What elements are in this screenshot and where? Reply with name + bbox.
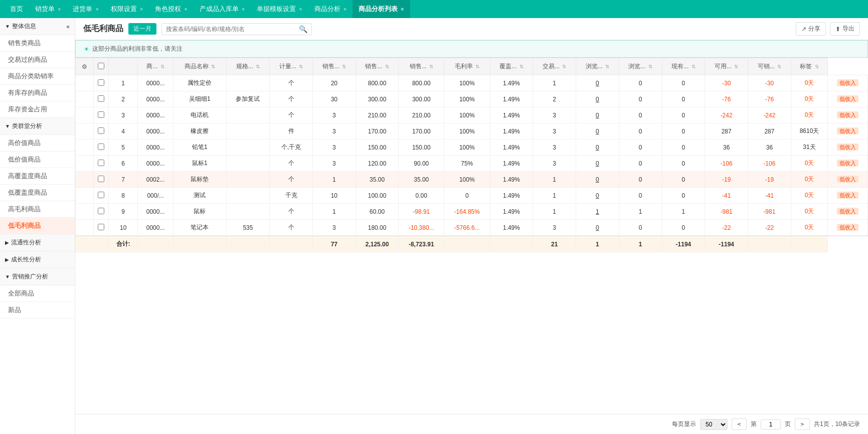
prev-page-button[interactable]: ＜ <box>732 418 747 430</box>
col-code[interactable]: 商... ⇅ <box>138 58 173 75</box>
close-role-icon[interactable]: × <box>184 6 187 12</box>
row-transaction-8[interactable]: 1 <box>576 204 619 220</box>
row-checkbox-9[interactable] <box>94 220 109 236</box>
row-transaction-9[interactable]: 0 <box>576 220 619 236</box>
col-unit[interactable]: 计量... ⇅ <box>270 58 313 75</box>
search-icon[interactable]: 🔍 <box>299 25 307 33</box>
sidebar-item-low-coverage[interactable]: 低覆盖度商品 <box>0 185 75 201</box>
nav-goods-analysis-list[interactable]: 商品分析列表 × <box>353 0 410 18</box>
page-size-select[interactable]: 50 100 200 <box>700 419 728 430</box>
row-select-7[interactable] <box>98 192 104 198</box>
sidebar-group-cluster[interactable]: ▼ 类群堂分析 <box>0 118 75 135</box>
row-select-5[interactable] <box>98 160 104 166</box>
row-select-8[interactable] <box>98 208 104 214</box>
sidebar-item-low-value[interactable]: 低价值商品 <box>0 152 75 168</box>
sidebar-item-capital[interactable]: 库存资金占用 <box>0 101 75 118</box>
sidebar-item-high-value[interactable]: 高价值商品 <box>0 135 75 152</box>
date-filter-button[interactable]: 近一月 <box>128 23 156 35</box>
row-settings-8 <box>76 204 94 220</box>
row-checkbox-3[interactable] <box>94 123 109 139</box>
sidebar-item-new-products[interactable]: 新品 <box>0 302 75 319</box>
row-transaction-6[interactable]: 0 <box>576 172 619 188</box>
close-product-inbound-icon[interactable]: × <box>242 6 245 12</box>
col-gross-rate[interactable]: 覆盖... ⇅ <box>490 58 533 75</box>
col-price[interactable]: 销售... ⇅ <box>356 58 399 75</box>
sidebar-item-sales-products[interactable]: 销售类商品 <box>0 35 75 52</box>
nav-home[interactable]: 首页 <box>4 0 29 18</box>
close-sales-icon[interactable]: × <box>58 6 61 12</box>
row-select-4[interactable] <box>98 143 104 150</box>
row-checkbox-1[interactable] <box>94 91 109 107</box>
row-checkbox-7[interactable] <box>94 188 109 204</box>
col-stock[interactable]: 现有... ⇅ <box>662 58 705 75</box>
col-sellable[interactable]: 可销... ⇅ <box>748 58 791 75</box>
row-spec-9: 535 <box>226 220 270 236</box>
sidebar-item-category-rate[interactable]: 商品分类助销率 <box>0 68 75 85</box>
row-checkbox-5[interactable] <box>94 156 109 172</box>
row-checkbox-4[interactable] <box>94 139 109 156</box>
select-all-checkbox[interactable] <box>98 63 104 69</box>
next-page-button[interactable]: ＞ <box>795 418 810 430</box>
page-number-input[interactable] <box>761 419 781 429</box>
nav-purchase[interactable]: 进货单 × <box>67 0 104 18</box>
collapse-icon[interactable]: « <box>66 23 70 30</box>
sidebar-group-overall[interactable]: ▼ 整体信息 « <box>0 18 75 35</box>
sidebar-group-growth[interactable]: ▶ 成长性分析 <box>0 251 75 268</box>
row-checkbox-2[interactable] <box>94 107 109 123</box>
col-qty[interactable]: 销售... ⇅ <box>312 58 356 75</box>
row-checkbox-8[interactable] <box>94 204 109 220</box>
row-gross-rate-8: 1.49% <box>490 204 533 220</box>
sidebar-group-flow[interactable]: ▶ 流通性分析 <box>0 234 75 251</box>
row-select-9[interactable] <box>98 224 104 230</box>
row-transaction-5[interactable]: 0 <box>576 156 619 172</box>
row-select-2[interactable] <box>98 111 104 118</box>
col-name[interactable]: 商品名称 ⇅ <box>173 58 226 75</box>
row-select-0[interactable] <box>98 79 104 86</box>
row-select-3[interactable] <box>98 127 104 134</box>
nav-product-inbound[interactable]: 产成品入库单 × <box>194 0 251 18</box>
share-button[interactable]: ↗ 分享 <box>796 22 826 36</box>
close-goods-analysis-icon[interactable]: × <box>343 6 346 12</box>
row-transaction-7[interactable]: 0 <box>576 188 619 204</box>
row-transaction-4[interactable]: 0 <box>576 139 619 156</box>
row-select-6[interactable] <box>98 176 104 182</box>
sidebar-item-high-coverage[interactable]: 高覆盖度商品 <box>0 168 75 185</box>
col-tag[interactable]: 标签 ⇅ <box>791 58 827 75</box>
nav-role[interactable]: 角色授权 × <box>149 0 193 18</box>
close-purchase-icon[interactable]: × <box>95 6 98 12</box>
col-settings[interactable]: ⚙ <box>76 58 94 75</box>
row-name-2: 电话机 <box>173 107 226 123</box>
row-checkbox-6[interactable] <box>94 172 109 188</box>
row-transaction-2[interactable]: 0 <box>576 107 619 123</box>
close-goods-analysis-list-icon[interactable]: × <box>401 6 404 12</box>
sidebar-group-marketing[interactable]: ▼ 营销推广分析 <box>0 268 75 285</box>
sidebar-item-low-margin[interactable]: 低毛利商品 <box>0 218 75 234</box>
close-template-icon[interactable]: × <box>299 6 302 12</box>
nav-template[interactable]: 单据模板设置 × <box>251 0 308 18</box>
col-spec[interactable]: 规格... ⇅ <box>226 58 270 75</box>
row-checkbox-0[interactable] <box>94 75 109 91</box>
row-transaction-1[interactable]: 0 <box>576 91 619 107</box>
col-browse2[interactable]: 浏览... ⇅ <box>619 58 662 75</box>
col-profit-rate[interactable]: 毛利率 ⇅ <box>444 58 490 75</box>
nav-goods-analysis[interactable]: 商品分析 × <box>308 0 353 18</box>
col-checkbox[interactable] <box>94 58 109 75</box>
sidebar-item-all-products[interactable]: 全部商品 <box>0 285 75 302</box>
col-browse1[interactable]: 浏览... ⇅ <box>576 58 619 75</box>
row-transaction-0[interactable]: 0 <box>576 75 619 91</box>
row-sellable-2: 0天 <box>791 107 827 123</box>
nav-permission[interactable]: 权限设置 × <box>105 0 149 18</box>
col-amount[interactable]: 销售... ⇅ <box>399 58 444 75</box>
row-select-1[interactable] <box>98 95 104 102</box>
row-amount-5: 90.00 <box>399 156 444 172</box>
nav-sales[interactable]: 销货单 × <box>29 0 67 18</box>
col-transaction[interactable]: 交易... ⇅ <box>533 58 576 75</box>
search-input[interactable] <box>166 26 299 33</box>
export-button[interactable]: ⬆ 导出 <box>830 22 860 36</box>
sidebar-item-stocked[interactable]: 有库存的商品 <box>0 85 75 101</box>
col-available[interactable]: 可用... ⇅ <box>705 58 748 75</box>
row-transaction-3[interactable]: 0 <box>576 123 619 139</box>
sidebar-item-traded-products[interactable]: 交易过的商品 <box>0 52 75 68</box>
close-permission-icon[interactable]: × <box>140 6 143 12</box>
sidebar-item-high-margin[interactable]: 高毛利商品 <box>0 201 75 218</box>
